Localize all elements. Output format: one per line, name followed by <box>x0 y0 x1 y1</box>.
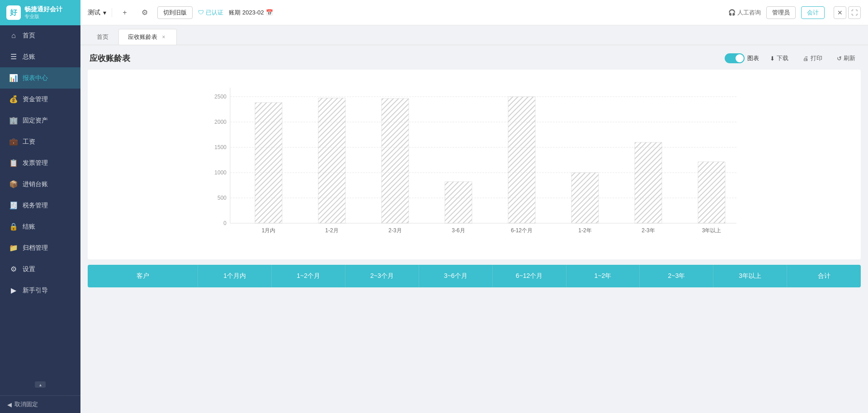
sidebar-item-label: 总账 <box>23 53 35 61</box>
bar-1-2月 <box>318 98 345 223</box>
sidebar-item-label: 首页 <box>23 32 35 40</box>
app-name-block: 畅捷通好会计 专业版 <box>24 5 62 20</box>
download-icon: ⬇ <box>770 55 775 62</box>
refresh-icon: ↺ <box>837 55 842 62</box>
col-1m: 1个月内 <box>198 265 272 287</box>
sidebar-item-label: 归档管理 <box>23 244 48 252</box>
svg-text:2-3月: 2-3月 <box>388 227 401 234</box>
cancel-pin-label: 取消固定 <box>14 400 38 408</box>
tab-receivable-aging[interactable]: 应收账龄表 × <box>118 29 177 45</box>
closing-icon: 🔒 <box>9 222 18 231</box>
sidebar-item-archive[interactable]: 📁 归档管理 <box>0 237 80 258</box>
page-title: 应收账龄表 <box>90 53 130 64</box>
svg-text:3-6月: 3-6月 <box>452 227 465 234</box>
svg-text:2000: 2000 <box>214 119 226 125</box>
sidebar-item-invoice[interactable]: 📋 发票管理 <box>0 152 80 174</box>
table-card: 客户 1个月内 1~2个月 2~3个月 3~6个月 6~12个月 1~2年 2~… <box>88 265 861 287</box>
sidebar-item-guide[interactable]: ▶ 新手引导 <box>0 280 80 301</box>
close-window-button[interactable]: ✕ <box>834 6 846 19</box>
tabbar: 首页 应收账龄表 × <box>80 25 868 45</box>
print-label: 打印 <box>811 54 822 62</box>
col-1-2y: 1~2年 <box>566 265 640 287</box>
main-area: 测试 ▾ + ⚙ 切到旧版 🛡 已认证 账期 2023-02 📅 🎧 人工咨询 … <box>80 0 868 413</box>
role-button[interactable]: 会计 <box>801 6 825 19</box>
sidebar-item-label: 发票管理 <box>23 159 48 167</box>
chevron-down-icon: ▾ <box>103 9 106 16</box>
certified-label: 已认证 <box>206 9 223 17</box>
chart-toggle-group: 图表 <box>725 53 759 63</box>
assets-icon: 🏢 <box>9 116 18 125</box>
home-icon: ⌂ <box>9 32 18 40</box>
sidebar-item-label: 设置 <box>23 265 35 273</box>
sidebar-item-settings[interactable]: ⚙ 设置 <box>0 258 80 280</box>
guide-icon: ▶ <box>9 286 18 295</box>
sidebar-scroll-up[interactable]: ▴ <box>35 381 46 388</box>
ledger-icon: ☰ <box>9 52 18 61</box>
period-value: 2023-02 <box>242 9 264 16</box>
sidebar-item-closing[interactable]: 🔒 结账 <box>0 216 80 237</box>
consult-button[interactable]: 🎧 人工咨询 <box>728 9 761 17</box>
add-button[interactable]: + <box>118 5 132 20</box>
refresh-label: 刷新 <box>844 54 855 62</box>
chart-toggle[interactable] <box>725 53 745 63</box>
print-icon: 🖨 <box>803 55 809 62</box>
inventory-icon: 📦 <box>9 180 18 188</box>
tax-icon: 🧾 <box>9 201 18 210</box>
maximize-window-button[interactable]: ⛶ <box>848 6 861 19</box>
sidebar-item-label: 新手引导 <box>23 286 48 295</box>
svg-text:3年以上: 3年以上 <box>702 227 722 234</box>
sidebar-item-assets[interactable]: 🏢 固定资产 <box>0 110 80 131</box>
reports-icon: 📊 <box>9 74 18 82</box>
tab-close-icon[interactable]: × <box>160 33 167 41</box>
sidebar-item-reports[interactable]: 📊 报表中心 <box>0 67 80 89</box>
calendar-icon: 📅 <box>266 9 273 16</box>
company-selector[interactable]: 测试 ▾ <box>88 9 106 17</box>
settings-button[interactable]: ⚙ <box>137 5 152 20</box>
svg-text:6-12个月: 6-12个月 <box>511 227 533 234</box>
sidebar-item-label: 税务管理 <box>23 202 48 210</box>
bar-6-12月 <box>508 97 535 223</box>
refresh-button[interactable]: ↺ 刷新 <box>833 52 859 64</box>
period-selector[interactable]: 账期 2023-02 📅 <box>229 9 273 17</box>
cancel-pin-icon: ◀ <box>7 401 12 408</box>
funds-icon: 💰 <box>9 95 18 103</box>
svg-text:0: 0 <box>223 220 226 226</box>
chart-toggle-label: 图表 <box>747 54 759 62</box>
col-customer: 客户 <box>88 265 198 287</box>
topbar-right: 🎧 人工咨询 管理员 会计 ✕ ⛶ <box>728 6 861 19</box>
sidebar-item-label: 结账 <box>23 223 35 231</box>
svg-text:2500: 2500 <box>214 94 226 100</box>
sidebar-item-tax[interactable]: 🧾 税务管理 <box>0 195 80 216</box>
invoice-icon: 📋 <box>9 159 18 167</box>
company-name: 测试 <box>88 9 100 17</box>
svg-text:1500: 1500 <box>214 144 226 150</box>
cancel-pin-button[interactable]: ◀ 取消固定 <box>0 395 80 413</box>
sidebar-item-home[interactable]: ⌂ 首页 <box>0 25 80 46</box>
print-button[interactable]: 🖨 打印 <box>799 52 826 64</box>
bar-chart: 0 500 1000 1500 2000 2500 <box>97 79 852 250</box>
app-edition: 专业版 <box>24 13 62 20</box>
download-button[interactable]: ⬇ 下载 <box>766 52 792 64</box>
table-header: 客户 1个月内 1~2个月 2~3个月 3~6个月 6~12个月 1~2年 2~… <box>88 265 861 287</box>
sidebar-item-label: 固定资产 <box>23 117 48 125</box>
sidebar-item-label: 进销台账 <box>23 180 48 188</box>
user-button[interactable]: 管理员 <box>766 6 796 19</box>
sidebar-item-ledger[interactable]: ☰ 总账 <box>0 46 80 67</box>
sidebar-item-funds[interactable]: 💰 资金管理 <box>0 89 80 110</box>
sidebar-item-label: 资金管理 <box>23 95 48 103</box>
certified-badge: 🛡 已认证 <box>198 9 223 17</box>
page-header: 应收账龄表 图表 ⬇ 下载 🖨 打印 <box>88 52 861 64</box>
sidebar-item-inventory[interactable]: 📦 进销台账 <box>0 174 80 195</box>
sidebar-nav: ⌂ 首页 ☰ 总账 📊 报表中心 💰 资金管理 🏢 固定资产 💼 工资 📋 发票… <box>0 25 80 395</box>
tab-home-label: 首页 <box>97 33 108 41</box>
bar-3-6月 <box>445 182 472 223</box>
download-label: 下载 <box>777 54 788 62</box>
chart-card: 0 500 1000 1500 2000 2500 <box>88 70 861 259</box>
svg-text:1-2年: 1-2年 <box>578 227 591 234</box>
app-name: 畅捷通好会计 <box>24 5 62 13</box>
switch-old-button[interactable]: 切到旧版 <box>157 6 193 19</box>
settings-icon: ⚙ <box>9 265 18 273</box>
tab-home[interactable]: 首页 <box>88 29 118 45</box>
svg-text:1月内: 1月内 <box>262 227 276 234</box>
sidebar-item-payroll[interactable]: 💼 工资 <box>0 131 80 152</box>
